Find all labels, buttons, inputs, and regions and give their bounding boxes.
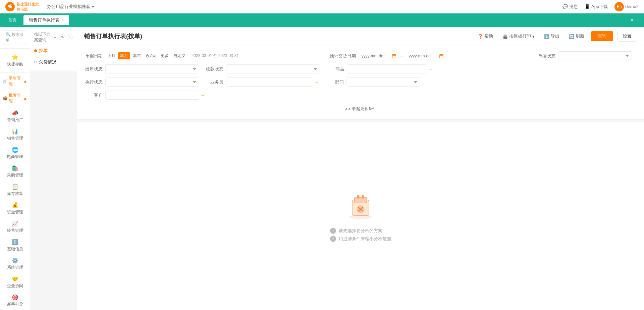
expected-date-from[interactable] [359, 52, 399, 60]
date-label: 单据日期 [84, 53, 103, 59]
tab-home[interactable]: 首页 [3, 15, 22, 25]
sidebar-item-purchase[interactable]: 🛍️ 采购管理 [0, 162, 30, 181]
header-right: 💬 消息 📱 App下载 Ea demo2 [562, 2, 639, 11]
top-header: 畅 畅捷通好生意 标准版 办公用品行业模拟账套 ▾ 💬 消息 📱 App下载 E… [0, 0, 644, 13]
sidebar-item-collab[interactable]: 🤝 企业协同 [0, 273, 30, 292]
out-status-select[interactable] [105, 64, 199, 73]
filter-area: 单据日期 上月 本月 本年 近7天 更多 自定义 2023-03-01 至 20… [77, 46, 644, 119]
page-actions: ❓ 帮助 🖨️ 按模板打印 ▾ ⬇️ 导出 [475, 31, 637, 42]
goods-input[interactable] [347, 64, 427, 73]
retail-icon: 🛒 [3, 79, 8, 84]
sidebar-item-inventory[interactable]: 📋 库存核算 [0, 181, 30, 199]
app-icon: 📱 [585, 4, 590, 9]
scheme-item-order[interactable]: 按单 [30, 45, 77, 56]
date-tabs: 上月 本月 本年 近7天 更多 自定义 [105, 52, 187, 59]
sidebar-item-operation[interactable]: 📈 经营管理 [0, 218, 30, 236]
left-panel-header: 按以下方案查询 + ✎ « [30, 30, 77, 45]
expected-date-to[interactable] [406, 52, 446, 60]
dept-label: 部门 [325, 79, 344, 85]
system-icon: ⚙️ [12, 257, 18, 264]
sidebar-item-finance[interactable]: 💰 资金管理 [0, 199, 30, 218]
filter-customer: 客户 ··· [84, 91, 206, 100]
expected-date-range: — [359, 52, 446, 60]
sidebar-shortcut: ⭐ 快捷导航 [0, 49, 30, 73]
sidebar-item-marketing[interactable]: 📣 营销推广 [0, 107, 30, 125]
payment-status-label: 收款状态 [205, 66, 223, 72]
expected-date-label: 预计交货日期 [330, 53, 356, 59]
filter-row-3: 执行状态 业务员 ··· 部门 [84, 78, 637, 87]
guide-icon: 🎯 [12, 294, 18, 301]
filter-dept: 部门 [325, 78, 420, 87]
refresh-button[interactable]: 🔄 刷新 [566, 32, 587, 41]
expand-icon2: ▲ [23, 96, 27, 101]
tab-close-icon[interactable]: × [61, 18, 64, 22]
window-close-icon[interactable]: ✕ [630, 17, 634, 23]
status-label: 单据状态 [537, 53, 555, 59]
print-template-button[interactable]: 🖨️ 按模板打印 ▾ [500, 32, 537, 41]
search-menu-button[interactable]: 🔍 搜索菜单 [3, 30, 27, 45]
filter-wrapper: 销售订单执行表(按单) ❓ 帮助 🖨️ 按模板打印 ▾ [77, 27, 644, 119]
user-profile[interactable]: Ea demo2 [614, 2, 639, 11]
status-select[interactable] [558, 51, 632, 60]
add-scheme-button[interactable]: + [52, 34, 58, 40]
filter-out-status: 出库状态 [84, 64, 199, 73]
marketing-icon: 📣 [12, 110, 18, 116]
exec-status-select[interactable] [105, 78, 199, 87]
dept-select[interactable] [346, 78, 420, 87]
logo-icon: 畅 [5, 2, 15, 11]
tip-num-2: 2 [330, 236, 336, 242]
collapse-more-button[interactable]: ∧∧ 收起更多条件 [84, 104, 637, 114]
date-tab-last-month[interactable]: 上月 [105, 52, 117, 59]
collab-icon: 🤝 [12, 276, 18, 282]
sidebar-search-area: 🔍 搜索菜单 [0, 27, 30, 49]
salesman-more-button[interactable]: ··· [316, 80, 320, 85]
sidebar-group-wholesale: 📦 批发管理 ▲ [0, 90, 30, 107]
window-resize-icon[interactable]: ⛶ [637, 17, 641, 23]
date-tab-more[interactable]: 更多 [159, 52, 171, 59]
sidebar-item-basic[interactable]: ℹ️ 基础信息 [0, 236, 30, 255]
expand-icon: ▲ [23, 79, 27, 84]
date-range-separator: — [400, 53, 405, 58]
export-icon: ⬇️ [544, 34, 549, 39]
message-button[interactable]: 💬 消息 [562, 4, 578, 10]
sidebar-item-wholesale[interactable]: 📦 批发管理 ▲ [0, 90, 30, 107]
goods-more-button[interactable]: ··· [430, 66, 434, 71]
sidebar-item-shortcut[interactable]: ⭐ 快捷导航 [0, 51, 30, 70]
export-button[interactable]: ⬇️ 导出 [541, 32, 562, 41]
salesman-input[interactable] [226, 78, 313, 87]
query-button[interactable]: 查询 [591, 31, 613, 41]
date-tab-custom[interactable]: 自定义 [171, 52, 187, 59]
nav-title[interactable]: 办公用品行业模拟账套 ▾ [47, 4, 94, 10]
sidebar-item-ecommerce[interactable]: 🌐 电商管理 [0, 144, 30, 162]
customer-input[interactable] [105, 91, 199, 100]
payment-status-select[interactable] [226, 64, 320, 73]
page-title-row: 销售订单执行表(按单) ❓ 帮助 🖨️ 按模板打印 ▾ [84, 31, 637, 42]
app-download-button[interactable]: 📱 App下载 [585, 4, 608, 10]
empty-state: 1 请先选择要分析的方案 2 用过滤条件来缩小分析范围 [77, 122, 644, 310]
print-arrow-icon: ▾ [532, 34, 535, 39]
collapse-panel-button[interactable]: « [67, 34, 73, 40]
filter-row-1: 单据日期 上月 本月 本年 近7天 更多 自定义 2023-03-01 至 20… [84, 51, 637, 60]
page-header: 销售订单执行表(按单) ❓ 帮助 🖨️ 按模板打印 ▾ [77, 27, 644, 46]
inactive-dot [34, 61, 37, 63]
date-tab-this-year[interactable]: 本年 [131, 52, 143, 59]
scheme-item-shortage[interactable]: 欠货情况 [30, 56, 77, 68]
sidebar-item-system[interactable]: ⚙️ 系统管理 [0, 255, 30, 273]
customer-more-button[interactable]: ··· [202, 93, 206, 98]
tab-bar: 首页 销售订单执行表 × ✕ ⛶ [0, 13, 644, 27]
date-range-text: 2023-03-01 至 2023-03-31 [192, 53, 239, 59]
date-tab-7days[interactable]: 近7天 [144, 52, 158, 59]
help-button[interactable]: ❓ 帮助 [475, 32, 496, 41]
shortcut-icon: ⭐ [12, 54, 18, 60]
sidebar-item-guide[interactable]: 🎯 新手引导 [0, 292, 30, 310]
filter-status: 单据状态 [537, 51, 637, 60]
edit-scheme-button[interactable]: ✎ [59, 34, 65, 40]
sidebar: 🔍 搜索菜单 ⭐ 快捷导航 🛒 零售管理 ▲ 📦 批发管理 ▲ 📣 [0, 27, 30, 310]
filter-row-4: 客户 ··· [84, 91, 637, 100]
date-tab-this-month[interactable]: 本月 [118, 52, 130, 59]
settings-button[interactable]: 设置 [617, 31, 637, 42]
nav-arrow-icon: ▾ [92, 4, 94, 9]
sidebar-item-retail[interactable]: 🛒 零售管理 ▲ [0, 73, 30, 90]
tab-sales-order[interactable]: 销售订单执行表 × [23, 15, 69, 25]
sidebar-item-sales[interactable]: 📊 销售管理 [0, 125, 30, 144]
